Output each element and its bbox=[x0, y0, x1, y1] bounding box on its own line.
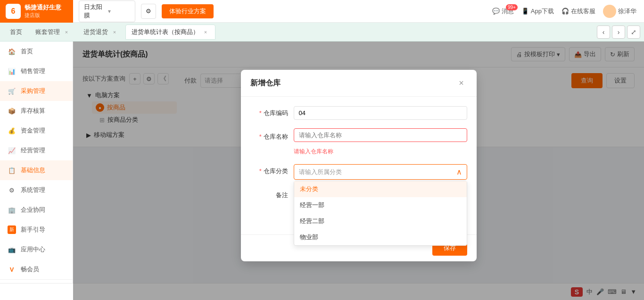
sidebar-finance-label: 资金管理 bbox=[21, 126, 45, 135]
category-field-row: 仓库分类 请输入所属分类 ∧ 未分类 经营一部 经营二部 物业部 bbox=[250, 164, 467, 180]
tab-home[interactable]: 首页 bbox=[4, 25, 28, 40]
store-selector[interactable]: 日太阳膜 ▾ bbox=[79, 0, 135, 22]
store-name: 日太阳膜 bbox=[84, 3, 106, 20]
sidebar-home-label: 首页 bbox=[21, 47, 33, 56]
headset-icon: 🎧 bbox=[561, 8, 569, 15]
category-label: 仓库分类 bbox=[250, 164, 288, 175]
category-dropdown-list: 未分类 经营一部 经营二部 物业部 bbox=[294, 181, 467, 246]
dropdown-option-dept1[interactable]: 经营一部 bbox=[294, 197, 467, 213]
newbie-icon: 新 bbox=[8, 225, 16, 234]
tab-accounts-close[interactable]: × bbox=[63, 28, 70, 36]
name-label: 仓库名称 bbox=[250, 130, 288, 141]
sidebar-system-label: 系统管理 bbox=[21, 186, 45, 194]
modal-close-button[interactable]: × bbox=[456, 77, 467, 89]
user-menu[interactable]: 徐泽华 bbox=[603, 5, 636, 18]
online-service-button[interactable]: 🎧 在线客服 bbox=[561, 7, 595, 16]
sidebar-inventory-label: 库存核算 bbox=[21, 107, 45, 115]
top-header: 6 畅捷通好生意 捷店版 日太阳膜 ▾ ⚙ 体验行业方案 💬 消息 99+ 📱 … bbox=[0, 0, 644, 23]
sidebar-item-inventory[interactable]: 📦 库存核算 bbox=[0, 101, 73, 121]
sidebar-item-finance[interactable]: 💰 资金管理 bbox=[0, 121, 73, 141]
operations-icon: 📈 bbox=[8, 146, 16, 155]
name-field-inner: 仓库名称 bbox=[250, 128, 467, 142]
tab-home-label: 首页 bbox=[10, 28, 22, 36]
purchase-icon: 🛒 bbox=[8, 87, 16, 95]
basics-icon: 📋 bbox=[8, 166, 16, 175]
logo-icon: 6 bbox=[6, 4, 21, 19]
logo-main-text: 畅捷通好生意 bbox=[25, 3, 61, 12]
sidebar-newbie-label: 新手引导 bbox=[21, 225, 45, 234]
sidebar-basics-label: 基础信息 bbox=[21, 166, 45, 175]
logo-sub-text: 捷店版 bbox=[25, 12, 61, 19]
sidebar-sales-label: 销售管理 bbox=[21, 67, 45, 75]
gear-icon: ⚙ bbox=[146, 8, 151, 15]
sidebar-item-basics[interactable]: 📋 基础信息 bbox=[0, 160, 73, 180]
code-label: 仓库编码 bbox=[250, 106, 288, 117]
sidebar-item-sales[interactable]: 📊 销售管理 bbox=[0, 61, 73, 81]
sidebar-item-purchase[interactable]: 🛒 采购管理 bbox=[0, 81, 73, 101]
category-selected-value: 请输入所属分类 bbox=[299, 168, 342, 176]
sidebar: 🏠 首页 📊 销售管理 🛒 采购管理 📦 库存核算 💰 资金管理 📈 经营管理 … bbox=[0, 42, 73, 300]
sidebar-operations-label: 经营管理 bbox=[21, 146, 45, 155]
name-label-text: 仓库名称 bbox=[264, 133, 288, 140]
tab-purchase-stats[interactable]: 进货单统计表（按商品） × bbox=[125, 25, 215, 40]
message-badge: 99+ bbox=[506, 4, 518, 10]
name-error-msg: 请输入仓库名称 bbox=[294, 148, 333, 155]
tab-purchase-stats-close[interactable]: × bbox=[202, 28, 209, 36]
sales-icon: 📊 bbox=[8, 67, 16, 75]
home-icon: 🏠 bbox=[8, 47, 16, 56]
trial-button[interactable]: 体验行业方案 bbox=[162, 4, 214, 18]
tab-scroll-right[interactable]: › bbox=[612, 25, 625, 39]
content-area: 进货单统计(按商品) 🖨 按模板打印 ▾ 📤 导出 ↻ 刷新 bbox=[73, 42, 644, 300]
sidebar-cooperation-label: 企业协同 bbox=[21, 206, 45, 214]
sidebar-item-vip[interactable]: V 畅会员 bbox=[0, 259, 73, 279]
note-label: 备注 bbox=[250, 188, 288, 200]
modal-body: 仓库编码 仓库名称 请输入仓库名称 bbox=[241, 97, 477, 234]
cooperation-icon: 🏢 bbox=[8, 206, 16, 214]
sidebar-item-appcenter[interactable]: 📺 应用中心 bbox=[0, 240, 73, 259]
messages-button[interactable]: 💬 消息 99+ bbox=[492, 7, 514, 16]
modal-header: 新增仓库 × bbox=[241, 70, 477, 97]
modal-title: 新增仓库 bbox=[250, 78, 281, 88]
finance-icon: 💰 bbox=[8, 126, 16, 135]
message-icon: 💬 bbox=[492, 8, 500, 15]
sidebar-item-home[interactable]: 🏠 首页 bbox=[0, 42, 73, 61]
app-download-label: App下载 bbox=[531, 7, 554, 16]
tab-scroll-left[interactable]: ‹ bbox=[597, 25, 610, 39]
logo-area: 6 畅捷通好生意 捷店版 bbox=[0, 0, 73, 23]
tab-purchase-return[interactable]: 进货退货 × bbox=[77, 25, 124, 40]
category-dropdown-trigger[interactable]: 请输入所属分类 ∧ bbox=[294, 164, 467, 180]
app-download-button[interactable]: 📱 App下载 bbox=[521, 7, 554, 16]
tab-expand[interactable]: ⤢ bbox=[627, 25, 640, 39]
dropdown-option-uncategorized[interactable]: 未分类 bbox=[294, 181, 467, 197]
category-label-text: 仓库分类 bbox=[264, 167, 288, 175]
sidebar-purchase-label: 采购管理 bbox=[21, 87, 45, 95]
sidebar-appcenter-label: 应用中心 bbox=[21, 245, 45, 254]
chevron-down-icon: ▾ bbox=[108, 8, 130, 15]
appcenter-icon: 📺 bbox=[8, 245, 16, 254]
tab-purchase-stats-label: 进货单统计表（按商品） bbox=[132, 28, 199, 36]
user-avatar bbox=[603, 5, 616, 18]
sidebar-item-newbie[interactable]: 新 新手引导 bbox=[0, 220, 73, 240]
tab-purchase-return-close[interactable]: × bbox=[111, 28, 118, 36]
sidebar-item-cooperation[interactable]: 🏢 企业协同 bbox=[0, 200, 73, 220]
tab-bar: 首页 账套管理 × 进货退货 × 进货单统计表（按商品） × ‹ › ⤢ bbox=[0, 23, 644, 42]
logo-text-block: 畅捷通好生意 捷店版 bbox=[25, 3, 61, 19]
code-input[interactable] bbox=[294, 106, 467, 120]
dropdown-option-property[interactable]: 物业部 bbox=[294, 229, 467, 245]
tab-bar-actions: ‹ › ⤢ bbox=[597, 25, 640, 39]
sidebar-item-system[interactable]: ⚙ 系统管理 bbox=[0, 180, 73, 200]
mobile-icon: 📱 bbox=[521, 8, 529, 15]
gear-button[interactable]: ⚙ bbox=[141, 4, 156, 19]
online-service-label: 在线客服 bbox=[571, 7, 595, 16]
tab-accounts[interactable]: 账套管理 × bbox=[29, 25, 76, 40]
tab-accounts-label: 账套管理 bbox=[35, 28, 60, 36]
dropdown-option-dept2[interactable]: 经营二部 bbox=[294, 213, 467, 229]
name-error-area: 请输入仓库名称 bbox=[294, 148, 333, 156]
header-right: 💬 消息 99+ 📱 App下载 🎧 在线客服 徐泽华 bbox=[492, 5, 636, 18]
name-input[interactable] bbox=[294, 128, 467, 142]
sidebar-item-operations[interactable]: 📈 经营管理 bbox=[0, 141, 73, 160]
main-layout: 🏠 首页 📊 销售管理 🛒 采购管理 📦 库存核算 💰 资金管理 📈 经营管理 … bbox=[0, 42, 644, 300]
system-icon: ⚙ bbox=[8, 186, 16, 194]
category-dropdown-wrapper: 请输入所属分类 ∧ 未分类 经营一部 经营二部 物业部 bbox=[294, 164, 467, 180]
new-warehouse-modal: 新增仓库 × 仓库编码 仓库名称 bbox=[241, 70, 477, 261]
